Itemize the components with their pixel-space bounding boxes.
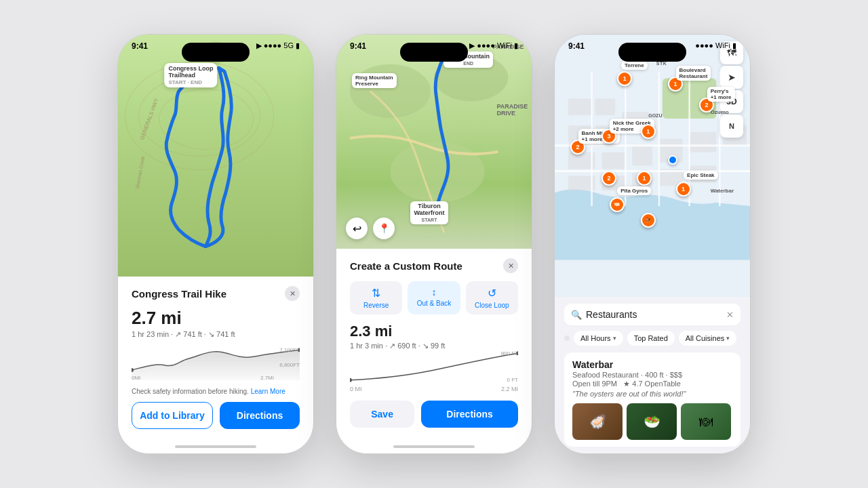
distance-value: 2.7 mi xyxy=(132,308,300,329)
out-back-label: Out & Back xyxy=(417,300,452,307)
custom-details: 1 hr 3 min · ↗ 690 ft · ↘ 99 ft xyxy=(350,342,518,350)
safety-text: Check safety information before hiking. … xyxy=(132,388,300,395)
search-text: Restaurants xyxy=(586,309,722,320)
hike-card: Congress Trail Hike ✕ 2.7 mi 1 hr 23 min… xyxy=(118,277,313,440)
label-epic-steak: Epic Steak xyxy=(684,171,717,180)
custom-distance: 2.3 mi xyxy=(350,323,518,340)
distance-labels: 0 MI 2.2 MI xyxy=(350,386,518,392)
pin-rooster[interactable]: 🐓 xyxy=(641,213,656,228)
elevation-chart: 7,100FT 6,800FT 0MI 2.7MI xyxy=(132,346,300,381)
directions-button-1[interactable]: Directions xyxy=(220,402,300,429)
elev-max-2: 800 FT xyxy=(501,350,518,357)
reverse-label: Reverse xyxy=(363,302,389,309)
close-loop-icon: ↺ xyxy=(488,287,496,300)
add-to-library-button[interactable]: Add to Library xyxy=(132,402,213,429)
pin-mid[interactable]: 1 xyxy=(641,124,656,139)
custom-route-title: Create a Custom Route xyxy=(350,260,462,272)
dist-start: 0MI xyxy=(132,375,140,381)
restaurant-panel: 🔍 Restaurants ✕ All Hours ▾ Top Rated Al… xyxy=(555,297,750,453)
reverse-option[interactable]: ⇅ Reverse xyxy=(350,281,402,314)
save-button[interactable]: Save xyxy=(350,401,414,428)
learn-more-link[interactable]: Learn More xyxy=(251,388,285,395)
out-and-back-option[interactable]: ↕ Out & Back xyxy=(408,281,460,314)
svg-rect-19 xyxy=(690,132,717,152)
status-icons-2: ▶ ●●●● WiFi ▮ xyxy=(469,41,518,50)
filter-dot xyxy=(564,336,570,341)
pin-pita-gyros[interactable]: 🍽 xyxy=(610,197,625,212)
status-icons-1: ▶ ●●●● 5G ▮ xyxy=(256,41,300,50)
pin-epic-steak[interactable]: 1 xyxy=(676,182,691,197)
status-time-3: 9:41 xyxy=(568,41,585,51)
restaurant-photo-3[interactable]: 🍽 xyxy=(681,403,731,440)
restaurant-photos: 🦪 🥗 🍽 xyxy=(572,403,732,440)
close-loop-option[interactable]: ↺ Close Loop xyxy=(466,281,518,314)
status-icons-3: ●●●● WiFi ▮ xyxy=(695,41,736,50)
map-overlay-buttons: ↩ 📍 xyxy=(346,218,395,239)
restaurant-photo-1[interactable]: 🦪 xyxy=(572,403,623,440)
label-waterbar-map: Waterbar xyxy=(707,186,737,195)
card-header: Congress Trail Hike ✕ xyxy=(132,286,300,301)
out-back-icon: ↕ xyxy=(431,287,436,298)
filter-all-cuisines[interactable]: All Cuisines ▾ xyxy=(679,331,736,346)
phone-2: 9:41 ▶ ●●●● WiFi ▮ ↩ 📍 Ring MountainPres… xyxy=(336,34,532,454)
svg-rect-10 xyxy=(568,98,592,115)
home-indicator-1 xyxy=(118,440,313,453)
custom-route-card: Create a Custom Route ✕ ⇅ Reverse ↕ Out … xyxy=(336,249,532,440)
svg-point-7 xyxy=(350,378,352,382)
user-location-dot xyxy=(668,155,677,165)
restaurant-card-waterbar[interactable]: Waterbar Seafood Restaurant · 400 ft · $… xyxy=(564,352,741,447)
gozu-label: GOZU xyxy=(648,113,662,118)
close-button-2[interactable]: ✕ xyxy=(503,258,518,273)
north-button[interactable]: N xyxy=(720,115,743,138)
elev-min-2: 0 FT xyxy=(507,377,518,383)
restaurant-meta: Open till 9PM ★ 4.7 OpenTable xyxy=(572,380,732,388)
label-ozumo: Ozumo xyxy=(707,108,732,117)
pin-button[interactable]: 📍 xyxy=(373,218,395,239)
phone-3: 9:41 ●●●● WiFi ▮ xyxy=(554,34,751,454)
action-buttons-2: Save Directions xyxy=(350,401,518,428)
map-area-3: 9:41 ●●●● WiFi ▮ xyxy=(555,35,750,297)
restaurant-name: Waterbar xyxy=(572,359,732,370)
map-area-2: 9:41 ▶ ●●●● WiFi ▮ ↩ 📍 Ring MountainPres… xyxy=(336,35,532,249)
close-loop-label: Close Loop xyxy=(475,302,509,309)
filter-row: All Hours ▾ Top Rated All Cuisines ▾ xyxy=(564,331,741,346)
label-perrys: Perry's+1 more xyxy=(707,87,735,102)
dist-end: 2.7MI xyxy=(260,375,274,381)
reverse-icon: ⇅ xyxy=(372,287,380,300)
ring-mountain-label: Ring MountainPreserve xyxy=(352,73,397,88)
phone-1: 9:41 ▶ ●●●● 5G ▮ ➤ Congress LoopTrailhea… xyxy=(117,34,314,454)
map-area-1: 9:41 ▶ ●●●● 5G ▮ ➤ Congress LoopTrailhea… xyxy=(118,35,313,277)
custom-route-header: Create a Custom Route ✕ xyxy=(350,258,518,273)
elevation-min-label: 6,800FT xyxy=(279,362,300,368)
restaurant-type: Seafood Restaurant · 400 ft · $$$ xyxy=(572,371,732,379)
label-boulevard: BoulevardRestaurant xyxy=(676,66,711,81)
elevation-max-label: 7,100FT xyxy=(279,347,300,353)
svg-rect-17 xyxy=(632,146,652,166)
dynamic-island-2 xyxy=(400,43,468,62)
directions-button-2[interactable]: Directions xyxy=(421,401,518,428)
search-icon: 🔍 xyxy=(571,310,582,320)
status-time-1: 9:41 xyxy=(132,41,148,51)
undo-button[interactable]: ↩ xyxy=(346,218,368,239)
location-button[interactable]: ➤ xyxy=(720,66,743,89)
route-options: ⇅ Reverse ↕ Out & Back ↺ Close Loop xyxy=(350,281,518,314)
restaurant-quote: "The oysters are out of this world!" xyxy=(572,390,732,398)
label-pita-gyros: Pita Gyros xyxy=(617,186,651,195)
paradise-drive-label: PARADISEDRIVE xyxy=(496,103,528,117)
tiburon-label: TiburonWaterfrontSTART xyxy=(410,201,448,224)
svg-rect-16 xyxy=(602,152,626,169)
card-title: Congress Trail Hike xyxy=(132,288,226,300)
restaurant-photo-2[interactable]: 🥗 xyxy=(627,403,677,440)
status-time-2: 9:41 xyxy=(350,41,366,51)
elevation-chart-2: 800 FT 0 FT xyxy=(350,350,518,383)
home-indicator-2 xyxy=(336,440,532,453)
search-clear-button[interactable]: ✕ xyxy=(726,310,734,320)
distance-details: 1 hr 23 min · ↗ 741 ft · ↘ 741 ft xyxy=(132,330,300,339)
filter-all-hours[interactable]: All Hours ▾ xyxy=(574,331,623,346)
close-button[interactable]: ✕ xyxy=(285,286,300,301)
filter-top-rated[interactable]: Top Rated xyxy=(627,331,675,346)
search-bar[interactable]: 🔍 Restaurants ✕ xyxy=(564,304,741,325)
action-buttons: Add to Library Directions xyxy=(132,402,300,429)
dynamic-island-1 xyxy=(182,43,250,62)
svg-rect-11 xyxy=(595,98,616,115)
